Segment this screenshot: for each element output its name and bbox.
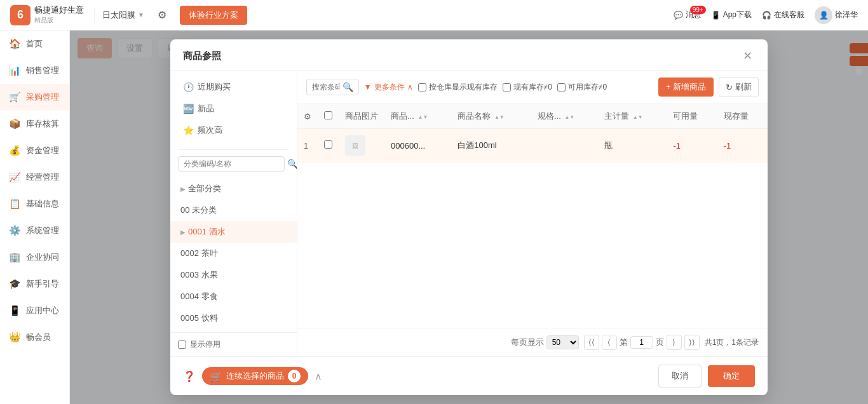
sidebar-item-collab[interactable]: 🏢 企业协同 [0,244,69,271]
category-tea[interactable]: 0002 茶叶 [170,243,297,264]
col-name-header[interactable]: 商品名称 ▲▼ [451,104,531,129]
messages-item[interactable]: 💬 消息 99+ [674,10,701,20]
row-img-cell: 🖼 [339,129,384,163]
filter-check1[interactable]: 按仓库显示现有库存 [418,82,498,93]
category-all[interactable]: ▶ 全部分类 [170,178,297,199]
brand-name: 畅捷通好生意 [34,5,84,16]
frequent-icon: ⭐ [183,125,194,135]
col-code-header[interactable]: 商品... ▲▼ [384,104,451,129]
category-search-icon[interactable]: 🔍 [287,159,297,169]
collab-icon: 🏢 [9,252,21,263]
sidebar-item-apps[interactable]: 📱 应用中心 [0,297,69,324]
show-disabled-label: 显示停用 [190,339,220,350]
product-search-input[interactable] [312,83,340,91]
first-page-btn[interactable]: ⟨⟨ [584,335,599,350]
col-available-header[interactable]: 可用量 [667,104,717,129]
quick-recent-purchases[interactable]: 🕐 近期购买 [178,77,289,97]
store-selector[interactable]: 日太阳膜 ▼ [102,10,144,21]
help-icon[interactable]: ❓ [183,370,196,382]
logo-area: 6 畅捷通好生意 精品版 [10,5,86,25]
select-all-checkbox[interactable] [324,111,332,119]
row-checkbox[interactable] [324,140,332,149]
sidebar-item-purchase[interactable]: 🛒 采购管理 [0,84,69,111]
last-page-btn[interactable]: ⟩⟩ [684,335,700,350]
sidebar-item-guide[interactable]: 🎓 新手引导 [0,271,69,297]
filter-check1-input[interactable] [418,83,426,91]
add-product-btn[interactable]: + 新增商品 [658,77,714,97]
show-disabled-input[interactable] [178,340,186,349]
category-drinks-label: 0005 饮料 [180,313,218,324]
category-snacks[interactable]: 0004 零食 [170,286,297,307]
filter-more-label: 更多条件 [374,82,405,93]
cancel-btn[interactable]: 取消 [658,365,702,387]
modal-close-btn[interactable]: ✕ [740,48,755,64]
page-size-select[interactable]: 10 20 50 100 [546,335,579,349]
category-alcohol-label: 0001 酒水 [188,226,226,238]
cart-btn[interactable]: 🛒 连续选择的商品 0 [202,367,308,385]
modal-overlay: 商品参照 ✕ 🕐 近期购买 🆕 [70,30,868,404]
sidebar-label-basic: 基础信息 [26,198,59,210]
filter-check3-input[interactable] [557,83,566,91]
category-tea-label: 0002 茶叶 [180,248,218,259]
row-checkbox-cell[interactable] [318,129,339,163]
col-unit-header[interactable]: 主计量 ▲▼ [598,104,667,129]
sidebar-label-inventory: 库存核算 [26,118,59,130]
sidebar-item-system[interactable]: ⚙️ 系统管理 [0,217,69,244]
modal-header: 商品参照 ✕ [170,39,768,71]
category-fruit[interactable]: 0003 水果 [170,264,297,286]
col-checkbox-header[interactable] [318,104,339,129]
page-word2: 页 [656,337,664,348]
sidebar-item-sales[interactable]: 📊 销售管理 [0,57,69,84]
table-row[interactable]: 1 🖼 000600... 白酒100ml [297,129,768,163]
next-page-btn[interactable]: ⟩ [667,335,682,350]
quick-recent-label: 近期购买 [198,81,231,93]
app-download-item[interactable]: 📱 App下载 [711,10,752,20]
sidebar-label-collab: 企业协同 [26,252,59,263]
show-disabled-checkbox[interactable]: 显示停用 [178,339,289,350]
category-search-input[interactable] [178,156,285,172]
page-size-selector: 每页显示 10 20 50 100 [511,335,579,349]
page-number-input[interactable] [630,336,653,349]
online-service-item[interactable]: 🎧 在线客服 [762,10,804,20]
col-img-header: 商品图片 [339,104,384,129]
sidebar-item-member[interactable]: 👑 畅会员 [0,324,69,351]
panel-divider [178,149,289,150]
product-search-icon[interactable]: 🔍 [342,82,353,92]
app-download-label: App下载 [723,10,752,20]
category-all-label: 全部分类 [188,183,221,194]
experience-btn[interactable]: 体验行业方案 [180,6,247,25]
filter-check3[interactable]: 可用库存≠0 [557,82,607,93]
settings-gear-icon[interactable]: ⚙ [304,112,311,121]
footer-collapse-icon[interactable]: ∧ [315,370,322,382]
filter-check2-input[interactable] [503,83,511,91]
category-uncategorized[interactable]: 00 未分类 [170,199,297,221]
nav-divider [94,8,95,23]
sidebar-item-basic[interactable]: 📋 基础信息 [0,191,69,217]
category-alcohol[interactable]: ▶ 0001 酒水 [170,221,297,243]
sidebar-item-home[interactable]: 🏠 首页 [0,30,69,57]
left-sidebar: 🏠 首页 📊 销售管理 🛒 采购管理 📦 库存核算 💰 资金管理 📈 经营管理 … [0,30,70,404]
quick-new-label: 新品 [198,103,214,114]
refresh-btn[interactable]: ↻ 刷新 [719,77,759,97]
sidebar-item-inventory[interactable]: 📦 库存核算 [0,111,69,137]
filter-check2[interactable]: 现有库存≠0 [503,82,552,93]
product-image: 🖼 [345,135,365,156]
settings-icon[interactable]: ⚙ [152,5,172,25]
sidebar-item-operation[interactable]: 📈 经营管理 [0,164,69,191]
col-spec-header[interactable]: 规格... ▲▼ [531,104,598,129]
caret-icon-alcohol: ▶ [180,229,186,236]
sidebar-label-apps: 应用中心 [26,305,59,316]
logo-icon: 6 [10,5,31,25]
modal-dialog: 商品参照 ✕ 🕐 近期购买 🆕 [170,39,768,395]
user-item[interactable]: 👤 徐泽华 [815,6,858,24]
filter-more-btn[interactable]: ▼ 更多条件 ∧ [364,82,413,93]
prev-page-btn[interactable]: ⟨ [602,335,617,350]
quick-access-section: 🕐 近期购买 🆕 新品 ⭐ 频次高 [170,71,297,147]
quick-frequent[interactable]: ⭐ 频次高 [178,120,289,140]
confirm-btn[interactable]: 确定 [708,365,755,387]
sidebar-item-finance[interactable]: 💰 资金管理 [0,137,69,164]
row-code-cell: 000600... [384,129,451,163]
category-drinks[interactable]: 0005 饮料 [170,307,297,329]
row-num-cell: 1 [297,129,318,163]
quick-new-items[interactable]: 🆕 新品 [178,98,289,119]
